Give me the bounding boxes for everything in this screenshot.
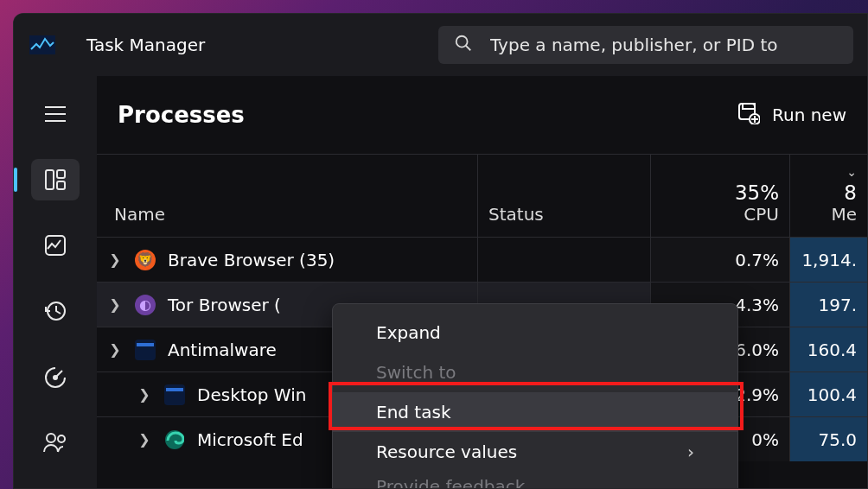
expand-chevron-icon[interactable]: ❯ xyxy=(107,341,123,358)
chevron-right-icon: › xyxy=(687,441,694,462)
task-manager-window: Task Manager Type a name, publisher, or … xyxy=(13,13,868,489)
main-panel: Processes Run new Name Status xyxy=(97,76,867,488)
menu-item-switch-to: Switch to xyxy=(333,352,737,392)
sidebar-item-users[interactable] xyxy=(31,422,80,463)
process-name: Brave Browser (35) xyxy=(168,250,335,270)
sidebar-item-history[interactable] xyxy=(31,290,80,332)
table-header: Name Status 35% CPU ⌄ 8 Me xyxy=(97,154,867,237)
menu-item-label: Resource values xyxy=(376,441,517,462)
column-memory-label: Me xyxy=(831,204,857,225)
sidebar xyxy=(14,76,97,488)
expand-chevron-icon[interactable]: ❯ xyxy=(137,431,152,448)
column-cpu-label: CPU xyxy=(744,204,779,225)
search-placeholder: Type a name, publisher, or PID to xyxy=(490,35,777,55)
svg-line-12 xyxy=(55,371,62,378)
menu-item-resource-values[interactable]: Resource values› xyxy=(333,432,737,472)
process-name: Antimalware xyxy=(168,340,277,360)
menu-item-expand[interactable]: Expand xyxy=(333,313,737,352)
sidebar-item-processes[interactable] xyxy=(31,159,80,200)
menu-item-provide-feedback: Provide feedback xyxy=(333,472,737,488)
menu-item-label: End task xyxy=(376,402,450,422)
process-memory-cell: 197. xyxy=(789,283,867,327)
svg-rect-8 xyxy=(57,181,65,189)
expand-chevron-icon[interactable]: ❯ xyxy=(137,386,152,403)
svg-rect-21 xyxy=(137,343,154,346)
svg-line-2 xyxy=(466,46,471,51)
process-memory-cell: 1,914. xyxy=(789,238,867,282)
hamburger-button[interactable] xyxy=(31,93,80,135)
run-new-task-button[interactable]: Run new xyxy=(737,102,846,129)
svg-rect-6 xyxy=(46,170,54,189)
search-icon xyxy=(454,34,473,56)
svg-rect-16 xyxy=(743,104,755,109)
task-manager-icon xyxy=(28,35,57,55)
app-title: Task Manager xyxy=(86,35,205,55)
column-status-label: Status xyxy=(488,204,640,225)
search-box[interactable]: Type a name, publisher, or PID to xyxy=(438,26,853,64)
context-menu: ExpandSwitch toEnd taskResource values›P… xyxy=(332,303,738,488)
run-new-icon xyxy=(737,102,760,129)
svg-rect-23 xyxy=(166,388,183,391)
column-cpu-value: 35% xyxy=(735,181,779,204)
process-name-cell: ❯🦁Brave Browser (35) xyxy=(97,238,477,282)
svg-rect-9 xyxy=(46,236,65,255)
expand-chevron-icon[interactable]: ❯ xyxy=(107,296,123,313)
process-name: Desktop Win xyxy=(197,384,306,405)
menu-item-label: Switch to xyxy=(376,362,456,383)
window-body: Processes Run new Name Status xyxy=(14,76,867,488)
titlebar: Task Manager Type a name, publisher, or … xyxy=(14,14,867,76)
process-name: Tor Browser ( xyxy=(168,295,281,315)
sort-chevron-icon: ⌄ xyxy=(846,166,857,178)
svg-point-14 xyxy=(58,435,65,442)
run-new-label: Run new xyxy=(772,105,846,125)
process-memory-cell: 100.4 xyxy=(789,372,867,416)
menu-item-end-task[interactable]: End task xyxy=(333,392,737,432)
column-cpu[interactable]: 35% CPU xyxy=(650,155,789,237)
page-title: Processes xyxy=(118,102,245,128)
column-memory-value: 8 xyxy=(844,181,857,204)
menu-item-label: Expand xyxy=(376,322,441,343)
column-status[interactable]: Status xyxy=(477,155,650,237)
menu-item-label: Provide feedback xyxy=(376,476,525,488)
process-memory-cell: 160.4 xyxy=(789,327,867,372)
process-name: Microsoft Ed xyxy=(197,429,303,450)
expand-chevron-icon[interactable]: ❯ xyxy=(107,251,123,268)
page-header: Processes Run new xyxy=(97,76,867,154)
svg-point-1 xyxy=(456,36,468,48)
sidebar-item-startup[interactable] xyxy=(31,356,80,397)
column-name[interactable]: Name xyxy=(97,155,477,237)
svg-point-13 xyxy=(47,434,55,442)
process-cpu-cell: 0.7% xyxy=(650,238,789,282)
table-row[interactable]: ❯🦁Brave Browser (35)0.7%1,914. xyxy=(97,237,867,282)
column-memory[interactable]: ⌄ 8 Me xyxy=(789,155,867,237)
svg-rect-7 xyxy=(57,170,65,178)
process-status-cell xyxy=(477,238,650,282)
process-memory-cell: 75.0 xyxy=(789,417,867,461)
sidebar-item-performance[interactable] xyxy=(31,225,80,266)
column-name-label: Name xyxy=(114,204,467,225)
